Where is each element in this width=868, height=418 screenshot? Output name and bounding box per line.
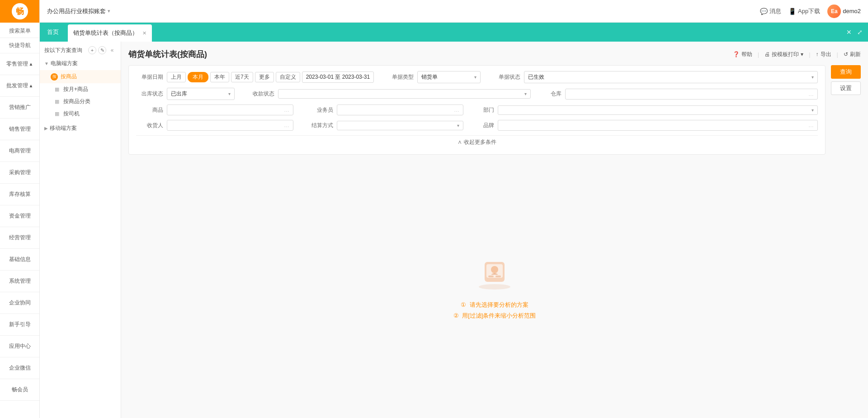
tip2-number: ② xyxy=(453,312,459,319)
filter-section: 单据日期 上月 本月 本年 近7天 更多 自定义 2023-03-01 至 20… xyxy=(128,65,826,155)
sidebar-item-label-retail: 零售管理 xyxy=(6,60,28,68)
app-download-action[interactable]: 📱 App下载 xyxy=(788,7,820,15)
avatar: Ea xyxy=(827,5,841,18)
app-logo: 畅 xyxy=(0,0,39,23)
doc-type-select[interactable]: 销货单 ▾ xyxy=(417,71,481,83)
settings-button[interactable]: 设置 xyxy=(831,81,861,95)
sidebar-item-wholesale[interactable]: 批发管理▲ xyxy=(0,75,39,97)
sidebar-item-label-wholesale: 批发管理 xyxy=(6,82,28,90)
brand-input[interactable]: … xyxy=(498,120,818,131)
filter-row-4: 收货人 … 结算方式 ▾ 品牌 … xyxy=(136,120,818,131)
sidebar-item-retail[interactable]: 零售管理▲ xyxy=(0,53,39,75)
sidebar-item-inventory[interactable]: 库存核算 xyxy=(0,184,39,205)
date-preset-this-year[interactable]: 本年 xyxy=(210,72,229,82)
page-title-row: 销货单统计表(按商品) ❓ 帮助 | 🖨 按模板打印 ▾ | ↑ xyxy=(128,49,861,60)
dept-label: 部门 xyxy=(476,106,494,114)
user-profile[interactable]: Ea demo2 xyxy=(827,5,861,18)
scheme-sub-item-by-month-product[interactable]: ▦ 按月+商品 xyxy=(40,83,121,95)
out-status-label: 出库状态 xyxy=(136,90,163,98)
date-preset-7days[interactable]: 近7天 xyxy=(231,72,253,82)
print-icon: 🖨 xyxy=(764,51,770,57)
scheme-group-mobile-arrow-icon: ▶ xyxy=(44,126,48,131)
svg-point-3 xyxy=(491,266,498,273)
sidebar-item-label-marketing: 营销推广 xyxy=(9,104,31,111)
scheme-sub-item-label-1: 按月+商品 xyxy=(63,86,88,93)
scheme-sub-icon-2: ▦ xyxy=(53,99,61,104)
tab-home[interactable]: 首页 xyxy=(40,23,66,42)
scheme-sub-item-by-category[interactable]: ▦ 按商品分类 xyxy=(40,95,121,108)
sidebar-item-operations[interactable]: 经营管理 xyxy=(0,227,39,249)
sidebar-item-ecommerce[interactable]: 电商管理 xyxy=(0,140,39,162)
sidebar-item-member[interactable]: 畅会员 xyxy=(0,379,39,401)
sidebar-item-marketing[interactable]: 营销推广 xyxy=(0,97,39,119)
tab-home-label: 首页 xyxy=(47,28,59,36)
product-input[interactable]: … xyxy=(167,104,293,115)
scheme-group-desktop-title[interactable]: ▼ 电脑端方案 xyxy=(40,57,121,70)
payment-status-select[interactable]: ▾ xyxy=(278,89,531,99)
sidebar-item-newbie[interactable]: 新手引导 xyxy=(0,314,39,336)
help-action[interactable]: ❓ 帮助 xyxy=(733,51,752,58)
sidebar-item-enterprise[interactable]: 企业协同 xyxy=(0,292,39,314)
sidebar-item-label-purchase: 采购管理 xyxy=(9,169,31,176)
right-content: 销货单统计表(按商品) ❓ 帮助 | 🖨 按模板打印 ▾ | ↑ xyxy=(121,42,868,418)
refresh-label: 刷新 xyxy=(850,51,861,58)
export-label: 导出 xyxy=(821,51,831,58)
date-preset-this-month[interactable]: 本月 xyxy=(188,72,208,82)
date-preset-custom[interactable]: 自定义 xyxy=(276,72,300,82)
dept-select[interactable]: ▾ xyxy=(498,105,818,115)
tab-sales-report[interactable]: 销货单统计表（按商品） ✕ xyxy=(68,24,152,42)
doc-status-label: 单据状态 xyxy=(493,73,520,81)
sidebar-item-arrow-retail: ▲ xyxy=(29,62,33,66)
sidebar-item-appstore[interactable]: 应用中心 xyxy=(0,336,39,357)
date-range-text[interactable]: 2023-03-01 至 2023-03-31 xyxy=(302,71,374,83)
sidebar-item-purchase[interactable]: 采购管理 xyxy=(0,162,39,184)
scheme-header-label: 按以下方案查询 xyxy=(44,47,82,54)
search-menu-item[interactable]: 搜索菜单 xyxy=(0,23,39,38)
quick-nav-item[interactable]: 快捷导航 xyxy=(0,38,39,53)
export-action[interactable]: ↑ 导出 xyxy=(816,51,831,58)
date-preset-more[interactable]: 更多 xyxy=(255,72,274,82)
date-filter-group: 上月 本月 本年 近7天 更多 自定义 2023-03-01 至 2023-03… xyxy=(167,71,374,83)
doc-type-value: 销货单 xyxy=(421,73,438,81)
refresh-icon: ↺ xyxy=(844,51,848,57)
scheme-sub-item-by-scanner[interactable]: ▦ 按司机 xyxy=(40,108,121,120)
warehouse-label: 仓库 xyxy=(543,90,561,98)
scheme-collapse-btn[interactable]: « xyxy=(108,46,116,54)
sidebar-item-system[interactable]: 系统管理 xyxy=(0,271,39,292)
settlement-arrow-icon: ▾ xyxy=(457,123,459,128)
industry-name: 办公用品行业模拟账套 xyxy=(47,7,106,15)
doc-status-select[interactable]: 已生效 ▾ xyxy=(524,71,818,83)
print-arrow-icon: ▾ xyxy=(801,51,803,57)
print-action[interactable]: 🖨 按模板打印 ▾ xyxy=(764,51,803,58)
sidebar-item-corp-wechat[interactable]: 企业微信 xyxy=(0,357,39,379)
sidebar-item-basics[interactable]: 基础信息 xyxy=(0,249,39,271)
scheme-edit-btn[interactable]: ✎ xyxy=(98,46,106,54)
collapse-more-btn[interactable]: ∧ 收起更多条件 xyxy=(136,135,818,149)
out-status-select[interactable]: 已出库 ▾ xyxy=(167,88,235,100)
industry-selector[interactable]: 办公用品行业模拟账套 ▾ xyxy=(47,7,110,15)
scheme-group-desktop-arrow-icon: ▼ xyxy=(44,61,49,66)
date-preset-last-month[interactable]: 上月 xyxy=(167,72,186,82)
query-button[interactable]: 查询 xyxy=(831,65,861,79)
sidebar-item-label-enterprise: 企业协同 xyxy=(9,299,31,307)
scheme-header-actions: + ✎ « xyxy=(88,46,116,54)
scheme-group-mobile: ▶ 移动端方案 xyxy=(40,122,121,135)
tab-expand-action[interactable]: ⤢ xyxy=(855,27,864,38)
settlement-select[interactable]: ▾ xyxy=(337,121,463,130)
receiver-input[interactable]: … xyxy=(167,120,293,131)
scheme-item-by-product[interactable]: 按 按商品 xyxy=(40,70,121,83)
scheme-item-by-product-label: 按商品 xyxy=(61,73,77,81)
print-label: 按模板打印 xyxy=(772,51,799,58)
sidebar-item-sales[interactable]: 销售管理 xyxy=(0,119,39,140)
message-action[interactable]: 💬 消息 xyxy=(760,7,781,15)
tab-close-icon[interactable]: ✕ xyxy=(142,30,146,36)
sidebar-item-finance[interactable]: 资金管理 xyxy=(0,205,39,227)
sidebar-item-label-appstore: 应用中心 xyxy=(9,342,31,350)
warehouse-input[interactable]: … xyxy=(565,89,818,100)
tab-close-action[interactable]: ✕ xyxy=(844,27,854,38)
date-label: 单据日期 xyxy=(136,73,163,81)
refresh-action[interactable]: ↺ 刷新 xyxy=(844,51,861,58)
scheme-add-btn[interactable]: + xyxy=(88,46,96,54)
salesperson-input[interactable]: … xyxy=(337,104,463,115)
scheme-group-mobile-title[interactable]: ▶ 移动端方案 xyxy=(40,122,121,135)
